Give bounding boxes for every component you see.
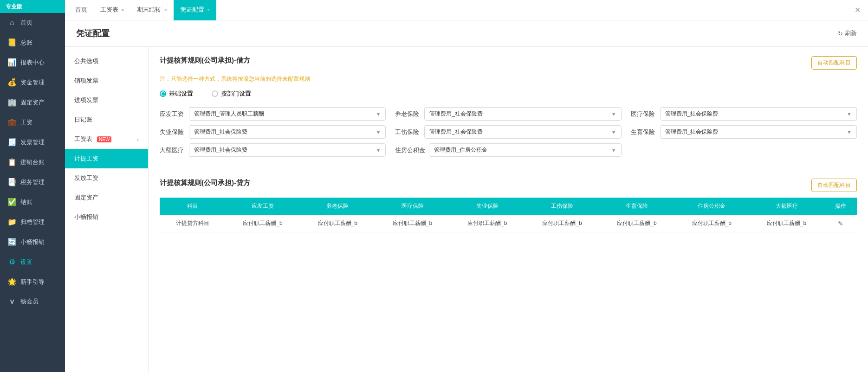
select-yiliao[interactable]: 管理费用_社会保险费 ▼ [660,107,857,121]
nav-item-calculate-salary[interactable]: 计提工资 [65,149,148,168]
label-shiye: 失业保险 [160,128,185,136]
col-gongshang: 工伤保险 [525,198,599,215]
sidebar-item-guide[interactable]: 🌟 新手引导 [0,272,65,292]
tab-home[interactable]: 首页 [69,0,94,20]
select-zhufang[interactable]: 管理费用_住房公积金 ▼ [429,143,621,157]
radio-by-dept[interactable]: 按部门设置 [212,90,251,98]
radio-basic-label: 基础设置 [169,90,193,98]
select-shiye-value: 管理费用_社会保险费 [194,128,247,136]
form-item-empty [631,143,857,157]
debit-section-header: 计提核算规则(公司承担)-借方 自动匹配科目 [160,56,857,70]
row-yanglao: 应付职工薪酬_b [300,215,375,232]
radio-by-dept-label: 按部门设置 [221,90,251,98]
row-shiye: 应付职工薪酬_b [450,215,525,232]
tab-salary-table-close[interactable]: × [121,7,124,13]
sidebar-item-member[interactable]: V 畅会员 [0,292,65,311]
sidebar-item-label: 资金管理 [20,78,45,87]
sidebar-item-general-ledger[interactable]: 📒 总账 [0,32,65,52]
select-yingfa[interactable]: 管理费用_管理人员职工薪酬 ▼ [189,107,386,121]
radio-basic-setup[interactable]: 基础设置 [160,90,193,98]
salary-icon: 💼 [7,118,17,127]
debit-form-row-1: 应发工资 管理费用_管理人员职工薪酬 ▼ 养老保险 管理费用_社会保险费 ▼ [160,107,857,121]
col-zhufang: 住房公积金 [674,198,749,215]
debit-section: 计提核算规则(公司承担)-借方 自动匹配科目 注：只能选择一种方式，系统将按照您… [160,56,857,157]
form-item-shiye: 失业保险 管理费用_社会保险费 ▼ [160,125,386,139]
form-item-zhufang: 住房公积金 管理费用_住房公积金 ▼ [395,143,621,157]
radio-by-dept-icon [212,90,218,97]
nav-item-journal[interactable]: 日记账 [65,110,148,129]
col-shiye: 失业保险 [450,198,525,215]
sidebar-item-fixed-assets[interactable]: 🏢 固定资产 [0,92,65,112]
sidebar-item-label: 发票管理 [20,138,45,147]
row-subject: 计提贷方科目 [160,215,226,232]
window-close-button[interactable]: ✕ [851,6,864,14]
nav-item-debit-invoice[interactable]: 进项发票 [65,90,148,110]
right-content: 计提核算规则(公司承担)-借方 自动匹配科目 注：只能选择一种方式，系统将按照您… [149,47,868,372]
tab-period-close-close[interactable]: × [164,7,167,13]
sidebar-item-tax-management[interactable]: 📑 税务管理 [0,172,65,192]
form-item-yiliao: 医疗保险 管理费用_社会保险费 ▼ [631,107,857,121]
settlement-icon: ✅ [7,198,17,206]
nav-item-public-options[interactable]: 公共选项 [65,51,148,71]
sidebar-item-home[interactable]: ⌂ 首页 [0,13,65,32]
sidebar-item-invoice-management[interactable]: 🧾 发票管理 [0,132,65,152]
label-yanglao: 养老保险 [395,110,421,118]
sidebar-item-salary[interactable]: 💼 工资 [0,112,65,132]
tab-voucher-config[interactable]: 凭证配置 × [174,0,216,20]
select-daeyiliao[interactable]: 管理费用_社会保险费 ▼ [189,143,386,157]
nav-item-fixed-assets-nav[interactable]: 固定资产 [65,188,148,207]
new-badge: NEW [97,136,111,142]
sidebar-item-purchase-sales[interactable]: 📋 进销台账 [0,152,65,172]
label-shengyu: 生育保险 [631,128,656,136]
tab-period-close[interactable]: 期末结转 × [130,0,173,20]
fund-icon: 💰 [7,78,17,87]
select-yingfa-arrow: ▼ [376,111,381,117]
debit-section-note: 注：只能选择一种方式，系统将按照您当前的选择来配置规则 [160,75,857,83]
credit-auto-match-button[interactable]: 自动匹配科目 [811,179,857,192]
archive-icon: 📁 [7,218,17,226]
debit-form-row-2: 失业保险 管理费用_社会保险费 ▼ 工伤保险 管理费用_社会保险费 ▼ [160,125,857,139]
tab-home-label: 首页 [75,6,87,14]
refresh-button[interactable]: ↻ 刷新 [838,29,857,38]
sidebar-item-report-center[interactable]: 📊 报表中心 [0,52,65,72]
credit-section-header: 计提核算规则(公司承担)-贷方 自动匹配科目 [160,179,857,192]
nav-item-pay-salary[interactable]: 发放工资 [65,168,148,188]
ledger-icon: 📒 [7,38,17,47]
guide-icon: 🌟 [7,277,17,286]
debit-section-title: 计提核算规则(公司承担)-借方 [160,56,250,65]
radio-basic-icon [160,90,166,97]
sidebar-item-xiao-chang-report[interactable]: 🔄 小畅报销 [0,232,65,252]
sidebar-item-settings[interactable]: ⚙ 设置 [0,252,65,272]
select-gongshang[interactable]: 管理费用_社会保险费 ▼ [424,125,621,139]
sidebar-item-label: 固定资产 [20,98,45,107]
sidebar-item-label: 总账 [20,38,32,47]
sidebar-item-label: 首页 [20,19,32,27]
credit-table: 科目 应发工资 养老保险 医疗保险 失业保险 工伤保险 生育保险 住房公积金 大… [160,198,857,232]
select-shengyu[interactable]: 管理费用_社会保险费 ▼ [660,125,857,139]
nav-item-xiao-chang-report-nav[interactable]: 小畅报销 [65,207,148,227]
select-shiye-arrow: ▼ [376,129,381,135]
tab-salary-table[interactable]: 工资表 × [94,0,130,20]
select-shiye[interactable]: 管理费用_社会保险费 ▼ [189,125,386,139]
nav-item-credit-invoice[interactable]: 销项发票 [65,71,148,90]
sidebar-item-settlement[interactable]: ✅ 结账 [0,192,65,212]
section-divider [160,171,857,171]
credit-section: 计提核算规则(公司承担)-贷方 自动匹配科目 科目 应发工资 养老保险 医疗保险… [160,179,857,232]
row-action[interactable]: ✎ [824,215,857,232]
row-edit-icon[interactable]: ✎ [838,220,843,227]
select-gongshang-arrow: ▼ [611,129,616,135]
tab-voucher-config-close[interactable]: × [207,7,210,13]
sidebar-item-fund-management[interactable]: 💰 资金管理 [0,72,65,92]
form-item-yingfa-gongzi: 应发工资 管理费用_管理人员职工薪酬 ▼ [160,107,386,121]
debit-form-row-3: 大额医疗 管理费用_社会保险费 ▼ 住房公积金 管理费用_住房公积金 ▼ [160,143,857,157]
label-gongshang: 工伤保险 [395,128,421,136]
sidebar-item-archive-management[interactable]: 📁 归档管理 [0,212,65,232]
select-zhufang-value: 管理费用_住房公积金 [434,146,487,154]
sidebar-item-label: 小畅报销 [20,238,45,246]
row-yiliao: 应付职工薪酬_b [375,215,450,232]
nav-item-salary-table[interactable]: 工资表 NEW › [65,129,148,149]
select-yanglao[interactable]: 管理费用_社会保险费 ▼ [424,107,621,121]
debit-auto-match-button[interactable]: 自动匹配科目 [811,56,857,70]
form-item-daeyiliao: 大额医疗 管理费用_社会保险费 ▼ [160,143,386,157]
select-daeyiliao-arrow: ▼ [376,148,381,153]
